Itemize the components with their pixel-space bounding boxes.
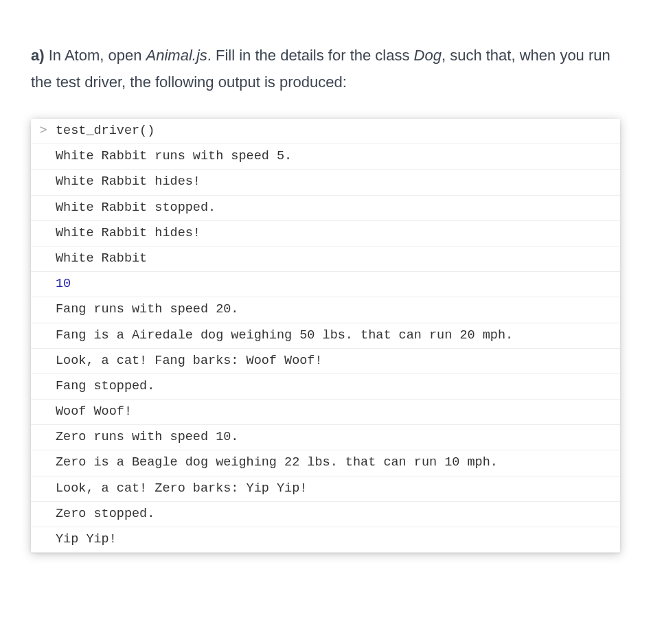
console-output-line: White Rabbit hides! <box>31 170 620 195</box>
console-output-line: Zero runs with speed 10. <box>31 425 620 450</box>
console-output-text: White Rabbit hides! <box>56 174 201 189</box>
console-gutter <box>31 507 56 522</box>
console-output-line: White Rabbit stopped. <box>31 196 620 221</box>
console-output-line: Fang is a Airedale dog weighing 50 lbs. … <box>31 323 620 349</box>
console-output-block: > test_driver() White Rabbit runs with s… <box>31 119 620 553</box>
filename: Animal.js <box>146 47 207 64</box>
console-output-text: White Rabbit hides! <box>56 226 201 241</box>
console-output-text: Woof Woof! <box>56 404 132 419</box>
console-output-text: 10 <box>56 277 71 292</box>
console-gutter <box>31 149 56 164</box>
prompt-chevron-icon: > <box>31 124 56 139</box>
console-gutter <box>31 532 56 547</box>
console-gutter <box>31 404 56 419</box>
console-gutter <box>31 277 56 292</box>
console-output-line: Look, a cat! Fang barks: Woof Woof! <box>31 349 620 374</box>
instruction-seg1: In Atom, open <box>45 47 146 64</box>
console-output-text: Fang is a Airedale dog weighing 50 lbs. … <box>56 328 513 343</box>
console-input-text: test_driver() <box>56 124 155 139</box>
console-output-line: 10 <box>31 272 620 297</box>
console-output-text: Yip Yip! <box>56 532 117 547</box>
console-output-line: Woof Woof! <box>31 400 620 425</box>
console-output-line: Look, a cat! Zero barks: Yip Yip! <box>31 476 620 502</box>
console-gutter <box>31 174 56 189</box>
question-instruction: a) In Atom, open Animal.js. Fill in the … <box>31 43 620 95</box>
instruction-seg2: . Fill in the details for the class <box>207 47 414 64</box>
console-output-text: Zero is a Beagle dog weighing 22 lbs. th… <box>56 455 498 470</box>
console-output-line: White Rabbit hides! <box>31 221 620 246</box>
console-output-line: Fang stopped. <box>31 374 620 400</box>
console-output-text: Zero runs with speed 10. <box>56 430 238 445</box>
console-output-container: White Rabbit runs with speed 5.White Rab… <box>31 144 620 553</box>
console-output-line: White Rabbit <box>31 246 620 272</box>
console-output-text: White Rabbit <box>56 251 147 266</box>
console-gutter <box>31 354 56 369</box>
console-gutter <box>31 226 56 241</box>
console-output-line: Zero is a Beagle dog weighing 22 lbs. th… <box>31 450 620 476</box>
console-output-line: Fang runs with speed 20. <box>31 297 620 323</box>
console-output-text: Zero stopped. <box>56 507 155 522</box>
console-output-text: Look, a cat! Fang barks: Woof Woof! <box>56 354 323 369</box>
console-output-text: Fang stopped. <box>56 379 155 394</box>
console-gutter <box>31 251 56 266</box>
console-output-text: Fang runs with speed 20. <box>56 302 238 317</box>
console-gutter <box>31 200 56 216</box>
console-gutter <box>31 302 56 317</box>
console-output-text: White Rabbit stopped. <box>56 200 216 216</box>
console-output-line: Zero stopped. <box>31 502 620 527</box>
console-input-line: > test_driver() <box>31 119 620 144</box>
classname: Dog <box>414 47 442 64</box>
console-gutter <box>31 379 56 394</box>
console-output-line: White Rabbit runs with speed 5. <box>31 144 620 170</box>
console-gutter <box>31 481 56 496</box>
console-output-text: White Rabbit runs with speed 5. <box>56 149 292 164</box>
part-label: a) <box>31 47 45 64</box>
console-gutter <box>31 430 56 445</box>
console-gutter <box>31 328 56 343</box>
console-output-line: Yip Yip! <box>31 527 620 553</box>
console-output-text: Look, a cat! Zero barks: Yip Yip! <box>56 481 307 496</box>
console-gutter <box>31 455 56 470</box>
